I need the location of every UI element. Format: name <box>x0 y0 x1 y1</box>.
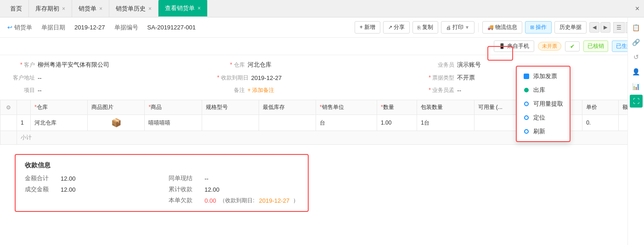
sidebar-link-icon[interactable]: 🔗 <box>630 36 643 49</box>
close-inventory-tab[interactable]: × <box>62 6 65 12</box>
prev-button[interactable]: ◀ <box>589 22 599 33</box>
due-date-label: 收款到期日 <box>217 74 249 82</box>
close-sales-history-tab[interactable]: × <box>148 6 152 12</box>
dropdown-add-invoice[interactable]: 添加发票 <box>517 69 570 83</box>
project-row: 项目 -- <box>7 86 217 94</box>
col-unit: *销售单位 <box>316 100 377 115</box>
tab-home[interactable]: 首页 <box>4 0 29 17</box>
doc-title-text: 销货单 <box>14 23 32 32</box>
main-content: ↩ 销货单 单据日期 2019-12-27 单据编号 SA-20191227-0… <box>0 17 644 245</box>
outbound-label: 出库 <box>533 86 545 94</box>
owe-value: 0.00 <box>204 197 216 204</box>
cumulative-value: 12.00 <box>204 186 220 193</box>
row-package: 1台 <box>417 115 474 131</box>
available-qty-icon <box>523 101 530 107</box>
date-label: 单据日期 <box>41 23 65 32</box>
col-package: 包装数量 <box>417 100 474 115</box>
copy-button[interactable]: ⎘ 复制 <box>412 21 438 34</box>
dropdown-available-qty[interactable]: 可用量提取 <box>517 97 570 111</box>
warehouse-row: 仓库 河北仓库 <box>217 61 427 69</box>
customer-row: 客户 柳州粤港平安气体有限公司 <box>7 61 217 69</box>
locate-icon <box>523 114 530 121</box>
dropdown-locate[interactable]: 定位 <box>517 111 570 125</box>
due-date-value: 2019-12-27 <box>251 74 282 81</box>
warehouse-label: 仓库 <box>217 61 245 69</box>
summary-grid: 金额合计 12.00 同单现结 -- 成交金额 12.00 累计收款 12.00… <box>25 174 299 205</box>
employee-value: 演示账号 <box>457 61 481 69</box>
col-settings[interactable]: ⚙ <box>0 100 17 115</box>
doc-header: ↩ 销货单 单据日期 2019-12-27 单据编号 SA-20191227-0… <box>0 17 644 38</box>
list-view-button[interactable]: ☰ <box>613 22 625 33</box>
close-sales-tab[interactable]: × <box>99 6 102 12</box>
add-note-button[interactable]: 添加备注 <box>248 86 274 94</box>
tab-view-sales[interactable]: 查看销货单 × <box>158 0 208 17</box>
col-min-stock: 最低库存 <box>259 100 316 115</box>
row-settings <box>0 115 17 131</box>
summary-box: 收款信息 金额合计 12.00 同单现结 -- 成交金额 12.00 累计收款 … <box>15 154 309 212</box>
tab-bar: 首页 库存期初 × 销货单 × 销货单历史 × 查看销货单 × × <box>0 0 644 17</box>
not-open-badge: 未开票 <box>538 42 561 51</box>
tab-inventory[interactable]: 库存期初 × <box>29 0 72 17</box>
row-spec <box>202 115 259 131</box>
subtotal-settings <box>0 131 17 145</box>
col-image: 商品图片 <box>88 100 145 115</box>
customer-label: 客户 <box>7 61 35 69</box>
owe-label: 本单欠款 <box>169 196 201 205</box>
owe-row: 本单欠款 0.00 （收款到期日: 2019-12-27 ） <box>169 196 299 205</box>
address-row: 客户地址 -- <box>7 74 217 82</box>
doc-actions: + 新增 ↗ 分享 ⎘ 复制 🖨 打印 ▼ 🚚 物流信息 ⊞ 操作 <box>355 21 637 34</box>
dropdown-refresh[interactable]: 刷新 <box>517 125 570 138</box>
address-value: -- <box>38 74 42 81</box>
date-value: 2019-12-27 <box>74 24 105 31</box>
new-button[interactable]: + 新增 <box>355 21 380 34</box>
locate-label: 定位 <box>533 114 545 122</box>
sidebar-doc-icon[interactable]: 📋 <box>630 21 643 34</box>
from-phone-button[interactable]: 📱 来自手机 <box>494 40 534 52</box>
operation-button[interactable]: ⊞ 操作 <box>525 21 552 34</box>
nav-arrows: ◀ ▶ <box>589 22 610 33</box>
sidebar-refresh-icon[interactable]: ↺ <box>630 51 643 63</box>
doc-icon: ↩ <box>7 24 12 31</box>
next-button[interactable]: ▶ <box>600 22 610 33</box>
tab-sales-history[interactable]: 销货单历史 × <box>109 0 158 17</box>
sidebar-chart-icon[interactable]: 📊 <box>630 80 643 93</box>
checked-status: 已核销 <box>583 40 608 52</box>
customer-value: 柳州粤港平安气体有限公司 <box>38 61 109 69</box>
history-button[interactable]: 历史单据 <box>554 21 587 34</box>
deal-amount-row: 成交金额 12.00 <box>25 185 155 194</box>
add-invoice-label: 添加发票 <box>533 72 557 80</box>
sidebar-expand-icon[interactable]: ⛶ <box>630 95 643 108</box>
close-view-sales-tab[interactable]: × <box>198 5 201 11</box>
logistics-button[interactable]: 🚚 物流信息 <box>482 21 522 34</box>
due-date-row: 收款到期日 2019-12-27 <box>217 74 427 82</box>
print-button[interactable]: 🖨 打印 ▼ <box>441 21 475 34</box>
refresh-icon <box>523 128 530 135</box>
row-price: 0. <box>582 115 618 131</box>
doc-title-section: ↩ 销货单 <box>7 23 32 32</box>
outbound-icon <box>523 87 530 93</box>
row-product: 嘻嘻嘻嘻 <box>145 115 202 131</box>
right-sidebar: 📋 🔗 ↺ 👤 📊 ⛶ <box>627 17 644 245</box>
tab-sales[interactable]: 销货单 × <box>72 0 109 17</box>
ticket-type-value: 不开票 <box>457 74 475 82</box>
summary-title: 收款信息 <box>25 161 299 170</box>
deal-amount-label: 成交金额 <box>25 185 57 194</box>
col-spec: 规格型号 <box>202 100 259 115</box>
total-amount-label: 金额合计 <box>25 174 57 182</box>
col-price: 单价 <box>582 100 618 115</box>
share-button[interactable]: ↗ 分享 <box>383 21 410 34</box>
sep1 <box>478 23 479 32</box>
total-amount-row: 金额合计 12.00 <box>25 174 155 182</box>
col-warehouse: *仓库 <box>31 100 88 115</box>
refresh-label: 刷新 <box>533 127 545 136</box>
row-min-stock <box>259 115 316 131</box>
row-warehouse: 河北仓库 <box>31 115 88 131</box>
deal-amount-value: 12.00 <box>61 186 76 193</box>
dropdown-outbound[interactable]: 出库 <box>517 83 570 97</box>
window-close-button[interactable]: × <box>635 5 639 13</box>
sidebar-user-icon[interactable]: 👤 <box>630 65 643 78</box>
check-button[interactable]: ✔ <box>565 41 580 51</box>
col-product: *商品 <box>145 100 202 115</box>
owe-due-date: 2019-12-27 <box>259 197 290 204</box>
project-label: 项目 <box>7 86 35 94</box>
